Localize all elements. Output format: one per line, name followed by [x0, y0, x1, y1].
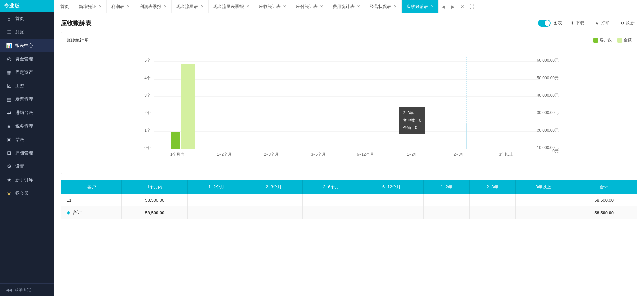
tax-icon: ♣	[6, 124, 12, 129]
sidebar-label-ledger: 总账	[15, 29, 24, 35]
tab-ar-aging-label: 应收账龄表	[407, 4, 428, 10]
sidebar-label-closing: 结账	[15, 137, 24, 143]
sidebar-collapse-btn[interactable]: ◀◀ 取消固定	[0, 283, 54, 296]
tab-cashflow-quarter[interactable]: 现金流量表季报 ✕	[209, 0, 254, 13]
tab-close-all[interactable]: ✕	[458, 0, 467, 13]
total-y12	[424, 206, 470, 219]
svg-text:20,000.00元: 20,000.00元	[537, 128, 559, 133]
svg-text:2~3年: 2~3年	[454, 152, 465, 157]
row-y23	[470, 194, 516, 206]
tab-ap-stat[interactable]: 应付统计表 ✕	[291, 0, 328, 13]
total-m612	[360, 206, 424, 219]
tab-cashflow-close[interactable]: ✕	[201, 4, 204, 9]
tab-cashflow-quarter-close[interactable]: ✕	[246, 4, 249, 9]
svg-text:1个月内: 1个月内	[170, 152, 185, 157]
svg-text:1个: 1个	[144, 128, 151, 133]
toggle-track[interactable]	[538, 20, 551, 27]
tab-cashflow[interactable]: 现金流量表 ✕	[172, 0, 209, 13]
tab-biz-status-close[interactable]: ✕	[394, 4, 397, 9]
col-customer: 客户	[61, 180, 122, 194]
bar-customers-1	[171, 132, 180, 149]
tab-voucher[interactable]: 新增凭证 ✕	[74, 0, 107, 13]
tab-ar-stat[interactable]: 应收统计表 ✕	[254, 0, 291, 13]
sidebar-item-closing[interactable]: ▣ 结账	[0, 133, 54, 146]
svg-text:50,000.00元: 50,000.00元	[537, 76, 559, 80]
chart-svg-container: 5个 4个 3个 2个 1个 0个 60,000.00元 50,000.00元 …	[67, 47, 632, 168]
tab-nav-next[interactable]: ▶	[448, 0, 458, 13]
sidebar-item-reports[interactable]: 📊 报表中心	[0, 39, 54, 52]
sidebar-item-tax[interactable]: ♣ 税务管理	[0, 119, 54, 133]
closing-icon: ▣	[6, 137, 12, 143]
legend-amount: 金额	[617, 37, 632, 43]
svg-text:0个: 0个	[144, 145, 151, 150]
refresh-btn[interactable]: ↻ 刷新	[618, 19, 637, 28]
tab-fullscreen[interactable]: ⛶	[467, 0, 476, 13]
reports-icon: 📊	[6, 43, 12, 49]
tab-ar-aging-close[interactable]: ✕	[431, 4, 434, 9]
row-y12	[424, 194, 470, 206]
sidebar-item-funds[interactable]: ◎ 资金管理	[0, 52, 54, 66]
total-y3plus	[515, 206, 571, 219]
tab-nav-prev[interactable]: ◀	[439, 0, 448, 13]
tab-ar-stat-close[interactable]: ✕	[283, 4, 286, 9]
sidebar-item-payroll[interactable]: ☑ 工资	[0, 79, 54, 93]
tab-voucher-label: 新增凭证	[79, 4, 96, 10]
tab-profit-close[interactable]: ✕	[127, 4, 130, 9]
guide-icon: ★	[6, 177, 12, 183]
tab-biz-status[interactable]: 经营状况表 ✕	[365, 0, 402, 13]
svg-text:0元: 0元	[552, 149, 559, 153]
print-btn[interactable]: 🖨 打印	[592, 19, 612, 28]
tab-ar-stat-label: 应收统计表	[259, 4, 281, 10]
svg-text:1~2年: 1~2年	[407, 152, 418, 157]
tab-ar-aging[interactable]: 应收账龄表 ✕	[402, 0, 439, 13]
refresh-icon: ↻	[621, 21, 624, 26]
svg-text:3个: 3个	[144, 93, 151, 98]
sidebar-item-assets[interactable]: ▦ 固定资产	[0, 66, 54, 79]
settings-icon: ⚙	[6, 163, 12, 169]
total-label: ◈ 合计	[61, 206, 122, 219]
legend-amount-label: 金额	[624, 37, 632, 43]
total-m23	[245, 206, 303, 219]
tab-ap-stat-close[interactable]: ✕	[320, 4, 323, 9]
sidebar-item-guide[interactable]: ★ 新手引导	[0, 173, 54, 187]
tab-expense-stat[interactable]: 费用统计表 ✕	[328, 0, 365, 13]
legend-customers: 客户数	[593, 37, 612, 43]
tab-profit-quarter-close[interactable]: ✕	[164, 4, 167, 9]
sidebar-label-reports: 报表中心	[15, 43, 33, 49]
row-m1: 58,500.00	[122, 194, 188, 206]
svg-text:2个: 2个	[144, 110, 151, 115]
svg-text:30,000.00元: 30,000.00元	[537, 110, 559, 115]
chart-toggle[interactable]: 图表	[538, 20, 562, 27]
sidebar-label-funds: 资金管理	[15, 56, 33, 62]
sidebar-item-member[interactable]: V 畅会员	[0, 187, 54, 200]
sidebar-item-home[interactable]: ⌂ 首页	[0, 12, 54, 26]
tab-profit[interactable]: 利润表 ✕	[107, 0, 135, 13]
tab-voucher-close[interactable]: ✕	[99, 4, 102, 9]
tab-ap-stat-label: 应付统计表	[296, 4, 318, 10]
row-m36	[303, 194, 360, 206]
tab-home[interactable]: 首页	[56, 0, 74, 13]
ledger-icon: ☰	[6, 29, 12, 35]
sidebar-item-ledger[interactable]: ☰ 总账	[0, 26, 54, 39]
col-m36: 3~6个月	[303, 180, 360, 194]
tab-expense-stat-close[interactable]: ✕	[357, 4, 360, 9]
row-customer: 11	[61, 194, 122, 206]
svg-text:5个: 5个	[144, 58, 151, 63]
sales-icon: ⇄	[6, 110, 12, 116]
sidebar-item-archive[interactable]: ⊞ 归档管理	[0, 146, 54, 160]
download-btn[interactable]: ⬇ 下载	[568, 19, 587, 28]
sidebar-item-sales[interactable]: ⇄ 进销台账	[0, 106, 54, 119]
total-total: 58,500.00	[571, 206, 637, 219]
sidebar-item-settings[interactable]: ⚙ 设置	[0, 160, 54, 173]
tab-profit-quarter[interactable]: 利润表季报 ✕	[135, 0, 172, 13]
svg-text:2~3个月: 2~3个月	[264, 152, 279, 157]
total-m1: 58,500.00	[122, 206, 188, 219]
main-content: 首页 新增凭证 ✕ 利润表 ✕ 利润表季报 ✕ 现金流量表 ✕ 现金流量表季报 …	[54, 0, 644, 296]
collapse-label: 取消固定	[15, 287, 31, 293]
sidebar-item-invoice[interactable]: ▤ 发票管理	[0, 93, 54, 106]
tab-home-label: 首页	[60, 4, 69, 10]
total-icon: ◈	[67, 210, 70, 215]
svg-text:6~12个月: 6~12个月	[357, 152, 374, 157]
logo: 专业版	[0, 0, 54, 12]
header-actions: 图表 ⬇ 下载 🖨 打印 ↻ 刷新	[538, 19, 637, 28]
